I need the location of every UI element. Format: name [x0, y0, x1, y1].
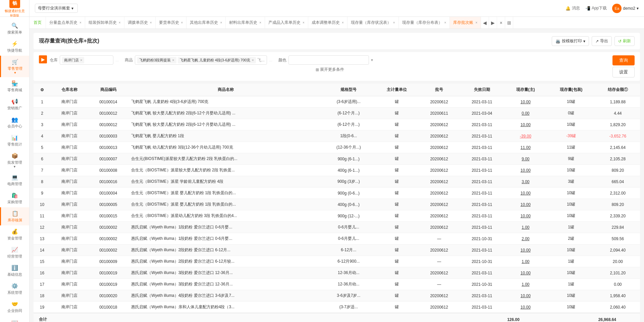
sidebar-item-operation[interactable]: 📈 经营管理 [0, 244, 29, 262]
sidebar-item-system[interactable]: ⚙️ 系统管理 [0, 280, 29, 298]
cell-qty-pkg: 1罐 [546, 222, 595, 233]
tab-9[interactable]: 现存量（库存状况表） × [347, 17, 399, 29]
cell-qty-main[interactable]: 1.00 [504, 279, 546, 290]
product-input[interactable]: 飞鹤奶粉3段两提装 × 飞鹤星飞帆 儿童奶粉 4段(3-6岁适用) 700克 ×… [135, 55, 267, 65]
tab-close-10[interactable]: × [444, 21, 446, 24]
tab-7[interactable]: 产成品入库单历史 × [265, 17, 308, 29]
sidebar-item-inventory[interactable]: 📋 库存核算 [0, 207, 29, 225]
cell-qty-main[interactable]: 9.00 [504, 153, 546, 165]
cell-qty-main[interactable]: 10.00 [504, 267, 546, 279]
cell-amount: -3,652.76 [596, 130, 640, 142]
sidebar-item-shortcut[interactable]: ⚡ 快捷导航 [0, 38, 29, 56]
logo-text: 畅捷通好生意 [5, 9, 25, 13]
cell-expire: 2021-10-31 [460, 233, 505, 245]
cell-qty-main[interactable]: 10.00 [504, 199, 546, 210]
tab-close-4[interactable]: × [181, 21, 183, 24]
warehouse-tag-1: 南岸门店 × [62, 57, 84, 63]
cell-qty-main[interactable]: 10.00 [504, 210, 546, 222]
tab-1[interactable]: 分量盘点单历史 × [46, 17, 85, 29]
cell-qty-main[interactable]: 2.00 [504, 233, 546, 245]
tab-next-btn[interactable]: ▶ [489, 17, 497, 29]
tab-close-3[interactable]: × [150, 21, 152, 24]
setting-btn[interactable]: 设置 [612, 67, 635, 77]
warehouse-input[interactable]: 南岸门店 × [60, 55, 113, 65]
tab-6[interactable]: 材料出库单历史 × [226, 17, 265, 29]
tab-prev-btn[interactable]: ◀ [481, 17, 489, 29]
tab-10[interactable]: 现存量（库存分布表） × [399, 17, 450, 29]
cell-qty-main[interactable]: -39.00 [504, 130, 546, 142]
cell-code: 00100012 [88, 119, 128, 130]
cell-qty-main[interactable]: 10.00 [504, 302, 546, 313]
print-btn[interactable]: 🖨️ 按模板打印 ▾ [552, 36, 589, 46]
tab-4[interactable]: 要货单历史 × [156, 17, 187, 29]
cell-warehouse: 南岸门店 [51, 176, 88, 187]
sidebar-item-wholesale[interactable]: 📦 批发管理 ▼ [0, 150, 29, 171]
tab-3[interactable]: 调拨单历史 × [124, 17, 156, 29]
cell-qty-main[interactable]: 10.00 [504, 290, 546, 302]
sidebar-item-search[interactable]: 🔍 搜索英单 [0, 19, 29, 38]
tab-home[interactable]: 首页 [30, 17, 46, 29]
product-tag-remove-1[interactable]: × [172, 58, 174, 62]
expand-more-btn[interactable]: ⊞ 展开更多条件 [316, 67, 344, 72]
cell-spec: 6-12月... [323, 245, 374, 256]
tab-close-8[interactable]: × [342, 21, 344, 24]
cell-qty-main[interactable]: 10.00 [504, 245, 546, 256]
cell-spec: 12-36月幼... [323, 267, 374, 279]
sidebar-item-ecommerce[interactable]: 💻 电商管理 [0, 171, 29, 189]
tab-close-11[interactable]: × [475, 21, 477, 24]
cell-code: 00100002 [88, 245, 128, 256]
col-settings[interactable]: ⚙ [34, 84, 51, 96]
sidebar-item-retail[interactable]: 🛒 零售管理 ▼ [0, 56, 29, 77]
app-download-btn[interactable]: 📲 App下载 [585, 5, 607, 11]
cell-qty-main[interactable]: 1.00 [504, 222, 546, 233]
cell-qty-main[interactable]: 0.00 [504, 108, 546, 119]
cell-spec: 0-6月婴儿... [323, 222, 374, 233]
tab-close-6[interactable]: × [259, 21, 261, 24]
warehouse-tag-remove-1[interactable]: × [80, 58, 82, 62]
sidebar-item-stats[interactable]: 📊 零售统计 [0, 131, 29, 150]
cell-qty-main[interactable]: 10.00 [504, 96, 546, 108]
cell-qty-main[interactable]: 10.00 [504, 187, 546, 199]
cell-name: 惠氏启赋（Wyeth illuma）3段奶粉 爱尔兰进口 12-36月... [128, 267, 323, 279]
sidebar-item-basic[interactable]: ℹ️ 基础信息 [0, 262, 29, 280]
expand-arrow-btn[interactable]: ▶ [39, 55, 47, 63]
cell-batch: — [419, 256, 460, 267]
tab-close-all-btn[interactable]: × [497, 17, 505, 29]
cell-code: 00100009 [88, 256, 128, 267]
people-icon: 👥 [11, 116, 18, 123]
message-btn[interactable]: 🔔 消息 [566, 5, 580, 11]
refresh-btn[interactable]: ↺ 刷新 [614, 36, 635, 46]
cell-qty-main[interactable]: 3.00 [504, 176, 546, 187]
cell-qty-main[interactable]: 10.00 [504, 119, 546, 130]
nav-select[interactable]: 母婴行业演示账套 ▾ [35, 4, 78, 13]
cell-qty-main[interactable]: 10.00 [504, 165, 546, 176]
cell-warehouse: 南岸门店 [51, 233, 88, 245]
sidebar-item-marketing[interactable]: 📢 营销推广 [0, 95, 29, 113]
cell-qty-main[interactable]: 1.00 [504, 256, 546, 267]
tab-close-2[interactable]: × [119, 21, 121, 24]
tab-5[interactable]: 其他出库单历史 × [186, 17, 226, 29]
tab-close-9[interactable]: × [393, 21, 395, 24]
cell-code: 00100003 [88, 130, 128, 142]
table-row: 12南岸门店00100002惠氏启赋（Wyeth illuma）1段奶粉 爱尔兰… [34, 222, 640, 233]
sidebar-item-finance[interactable]: 💰 资金管理 [0, 225, 29, 244]
export-btn[interactable]: ↗ 导出 [592, 36, 612, 46]
tab-11[interactable]: 库存批次账 × [450, 17, 481, 29]
tab-menu-btn[interactable]: ⊞ [505, 17, 513, 29]
cell-no: 10 [34, 199, 51, 210]
cell-qty-main[interactable]: 11.00 [504, 142, 546, 153]
tab-close-5[interactable]: × [220, 21, 222, 24]
tab-2[interactable]: 组装拆卸单历史 × [85, 17, 124, 29]
user-menu-btn[interactable]: Ea demo2 ▾ [612, 4, 639, 13]
sidebar-item-enterprise[interactable]: 🤝 企业协同 [0, 298, 29, 316]
query-btn[interactable]: 查询 [612, 55, 635, 65]
sidebar-item-retail-store[interactable]: 🏪 零售商城 [0, 77, 29, 95]
product-tag-remove-2[interactable]: × [252, 58, 254, 62]
sidebar-item-member[interactable]: 👥 会员中心 [0, 113, 29, 131]
tab-close-1[interactable]: × [79, 21, 82, 24]
tab-close-7[interactable]: × [303, 21, 305, 24]
sidebar-item-guide[interactable]: 📖 新手引导 [0, 316, 29, 322]
sidebar-item-purchase[interactable]: 🛍️ 采购管理 [0, 189, 29, 207]
color-input[interactable] [288, 55, 369, 65]
tab-8[interactable]: 成本调整单历史 × [308, 17, 347, 29]
